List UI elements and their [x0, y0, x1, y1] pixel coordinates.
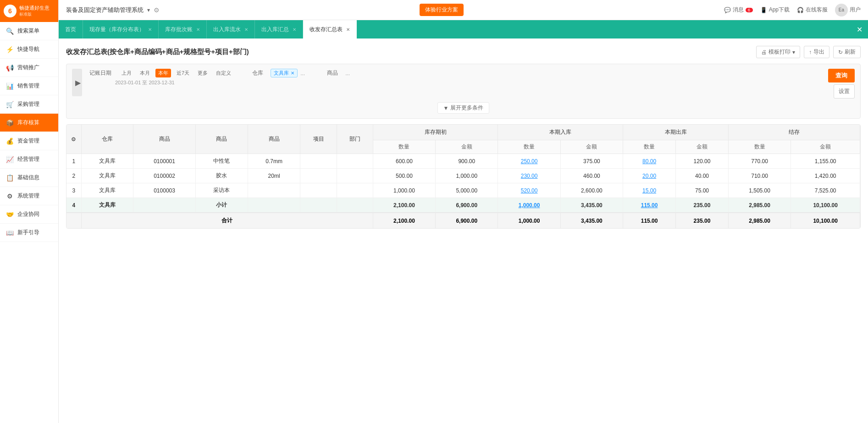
expand-button[interactable]: ▼ 展开更多条件 — [437, 102, 490, 114]
expand-icon: ▼ — [443, 105, 449, 111]
filter-toggle-button[interactable]: ▶ — [72, 69, 82, 96]
date-shortcut-本月[interactable]: 本月 — [137, 69, 153, 77]
avatar: Ea — [835, 4, 848, 16]
cell-project — [300, 169, 337, 183]
sidebar-item-基础信息[interactable]: 📋基础信息 — [0, 169, 58, 187]
cell-in-amt: 375.00 — [560, 154, 623, 169]
cell-out-qty[interactable]: 115.00 — [623, 198, 676, 213]
goods-more[interactable]: ... — [345, 70, 350, 77]
cell-in-qty[interactable]: 520.00 — [498, 183, 560, 198]
warehouse-more[interactable]: ... — [300, 70, 305, 77]
cell-out-qty[interactable]: 20.00 — [623, 169, 676, 183]
trial-button[interactable]: 体验行业方案 — [420, 4, 464, 16]
tab-首页[interactable]: 首页 — [59, 20, 83, 38]
query-button[interactable]: 查询 — [828, 69, 855, 82]
col-gear[interactable]: ⚙ — [66, 125, 81, 154]
gear-icon[interactable]: ⚙ — [154, 6, 160, 14]
system-dropdown[interactable]: ▾ — [147, 7, 150, 13]
cell-bal-qty: 770.00 — [728, 154, 791, 169]
cell-spec — [248, 183, 300, 198]
sidebar-item-新手引导[interactable]: 📖新手引导 — [0, 224, 58, 242]
sidebar-item-系统管理[interactable]: ⚙系统管理 — [0, 187, 58, 205]
cell-in-qty[interactable]: 250.00 — [498, 154, 560, 169]
sidebar-item-经营管理[interactable]: 📈经营管理 — [0, 150, 58, 169]
col-bal-qty: 数量 — [728, 140, 791, 154]
tab-close-icon[interactable]: ✕ — [196, 27, 200, 32]
cell-dept — [337, 198, 373, 213]
cell-bal-qty: 710.00 — [728, 169, 791, 183]
table-footer-row: 合计 2,100.00 6,900.00 1,000.00 3,435.00 1… — [66, 213, 860, 228]
template-print-button[interactable]: 🖨 模板打印 ▾ — [756, 46, 800, 58]
printer-icon: 🖨 — [761, 49, 767, 55]
tab-出入库汇总[interactable]: 出入库汇总✕ — [255, 20, 303, 38]
cell-spec: 0.7mm — [248, 154, 300, 169]
message-button[interactable]: 💬 消息 6 — [724, 6, 753, 14]
cell-no: 3 — [66, 183, 81, 198]
sidebar-icon: 📖 — [6, 229, 14, 236]
goods-label: 商品 — [327, 69, 338, 77]
footer-out-amt: 235.00 — [676, 213, 729, 228]
sidebar-icon: 🛒 — [6, 101, 14, 108]
cell-bal-amt: 1,420.00 — [791, 169, 860, 183]
date-shortcut-近7天[interactable]: 近7天 — [174, 69, 192, 77]
sidebar-label: 资金管理 — [17, 137, 39, 145]
warehouse-tag[interactable]: 文具库 ✕ — [271, 69, 298, 77]
cell-open-qty: 2,100.00 — [373, 198, 435, 213]
date-shortcut-自定义[interactable]: 自定义 — [213, 69, 234, 77]
cell-name: 小计 — [196, 198, 248, 213]
sidebar-label: 库存核算 — [17, 119, 39, 126]
tab-close-icon[interactable]: ✕ — [346, 27, 350, 32]
warehouse-tag-close[interactable]: ✕ — [291, 71, 294, 76]
sidebar-item-营销推广[interactable]: 📢营销推广 — [0, 59, 58, 77]
export-button[interactable]: ↑ 导出 — [804, 46, 829, 58]
col-dept: 部门 — [337, 125, 373, 154]
sidebar-icon: 💰 — [6, 137, 14, 145]
footer-no — [66, 213, 81, 228]
app-download-button[interactable]: 📱 App下载 — [760, 6, 790, 14]
cell-in-qty[interactable]: 1,000.00 — [498, 198, 560, 213]
sidebar-icon: 📋 — [6, 174, 14, 181]
sidebar-item-库存核算[interactable]: 📦库存核算 — [0, 114, 58, 132]
sidebar-label: 企业协同 — [17, 210, 39, 218]
cell-out-qty[interactable]: 15.00 — [623, 183, 676, 198]
date-shortcut-更多[interactable]: 更多 — [195, 69, 210, 77]
cell-out-qty[interactable]: 80.00 — [623, 154, 676, 169]
warehouse-label: 仓库 — [252, 69, 263, 77]
cell-code: 0100001 — [133, 154, 195, 169]
tab-收发存汇总表[interactable]: 收发存汇总表✕ — [303, 20, 357, 38]
tab-close-icon[interactable]: ✕ — [293, 27, 296, 32]
footer-label: 合计 — [81, 213, 373, 228]
sidebar-label: 营销推广 — [17, 64, 39, 71]
tab-库存批次账[interactable]: 库存批次账✕ — [159, 20, 207, 38]
cell-in-amt: 3,435.00 — [560, 198, 623, 213]
date-range-row: 2023-01-01 至 2023-12-31 — [89, 79, 821, 86]
sidebar-icon: ⚙ — [6, 192, 14, 200]
sidebar-nav: 🔍搜索菜单⚡快捷导航📢营销推广📊销售管理🛒采购管理📦库存核算💰资金管理📈经营管理… — [0, 22, 58, 423]
tab-label: 收发存汇总表 — [310, 26, 343, 33]
top-header: 装备及固定资产辅助管理系统 ▾ ⚙ 体验行业方案 💬 消息 6 📱 App下载 … — [59, 0, 868, 20]
sidebar-item-搜索菜单[interactable]: 🔍搜索菜单 — [0, 22, 58, 40]
tab-close-icon[interactable]: ✕ — [244, 27, 248, 32]
cell-in-amt: 460.00 — [560, 169, 623, 183]
sidebar-item-采购管理[interactable]: 🛒采购管理 — [0, 95, 58, 114]
refresh-button[interactable]: ↻ 刷新 — [833, 46, 861, 58]
cell-name: 中性笔 — [196, 154, 248, 169]
sidebar-item-企业协同[interactable]: 🤝企业协同 — [0, 205, 58, 224]
user-button[interactable]: Ea 用户 — [835, 4, 861, 16]
cell-bal-amt: 10,100.00 — [791, 198, 860, 213]
setting-button[interactable]: 设置 — [834, 84, 855, 99]
cell-out-amt: 235.00 — [676, 198, 729, 213]
tab-出入库流水[interactable]: 出入库流水✕ — [207, 20, 255, 38]
date-shortcut-上月[interactable]: 上月 — [119, 69, 134, 77]
header-row-1: ⚙ 仓库 商品 商品 商品 项目 部门 库存期初 本期入库 本期出库 结存 — [66, 125, 860, 140]
sidebar-item-销售管理[interactable]: 📊销售管理 — [0, 77, 58, 95]
sidebar-item-资金管理[interactable]: 💰资金管理 — [0, 132, 58, 150]
tabs-close-all[interactable]: ✕ — [851, 25, 868, 34]
tab-close-icon[interactable]: ✕ — [148, 27, 152, 32]
page-inner: 收发存汇总表(按仓库+商品编码+商品+规格型号+项目+部门) 🖨 模板打印 ▾ … — [59, 38, 868, 423]
sidebar-item-快捷导航[interactable]: ⚡快捷导航 — [0, 40, 58, 59]
date-shortcut-本年[interactable]: 本年 — [155, 69, 171, 77]
tab-现存量（库存分布表）[interactable]: 现存量（库存分布表）✕ — [83, 20, 159, 38]
online-service-button[interactable]: 🎧 在线客服 — [797, 6, 828, 14]
cell-in-qty[interactable]: 230.00 — [498, 169, 560, 183]
